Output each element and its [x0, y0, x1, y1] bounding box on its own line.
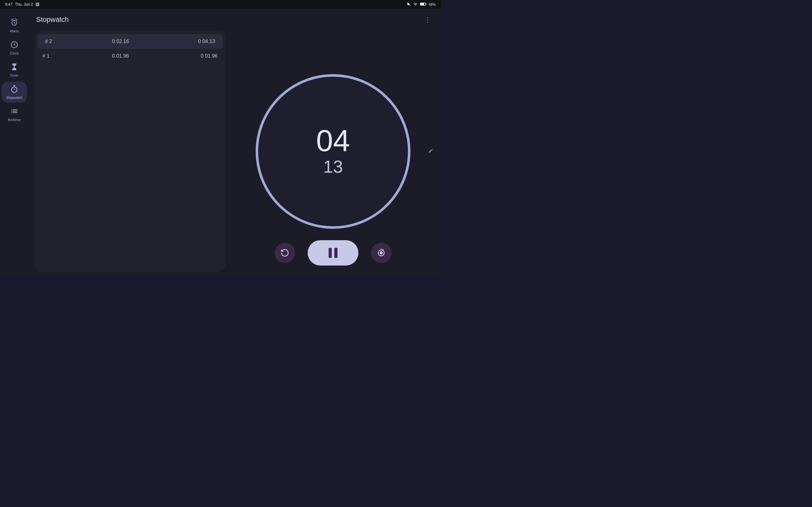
svg-rect-2 — [426, 3, 426, 5]
stopwatch-icon — [10, 85, 18, 95]
content-area: Stopwatch ⋮ # 2 0 02.16 0 04.13 # 1 0 01… — [29, 9, 441, 275]
svg-line-6 — [14, 23, 15, 23]
battery-icon — [420, 2, 427, 7]
sidebar-label-alarm: Alarm — [10, 29, 19, 33]
lap-total-time: 0 01.96 — [173, 53, 217, 59]
stopwatch-circle: 04 13 — [251, 69, 415, 234]
status-left: 9:47 Thu, Jun 2 🖼 — [5, 2, 39, 7]
svg-line-9 — [14, 45, 15, 45]
lap-icon — [377, 248, 386, 257]
pause-icon — [328, 248, 338, 258]
alarm-icon — [10, 18, 18, 28]
edit-icon — [428, 148, 433, 155]
table-row: # 2 0 02.16 0 04.13 — [38, 34, 223, 49]
app-container: Alarm Clock Timer Stopwatch Bedtime — [0, 9, 441, 275]
sidebar-label-stopwatch: Stopwatch — [6, 96, 22, 100]
stopwatch-seconds: 04 — [316, 125, 350, 156]
reset-button[interactable] — [275, 243, 295, 263]
sidebar-item-bedtime[interactable]: Bedtime — [2, 104, 27, 125]
lap-number: # 2 — [45, 39, 70, 44]
status-photo-icon: 🖼 — [36, 2, 39, 7]
sidebar-item-clock[interactable]: Clock — [2, 38, 27, 58]
svg-point-10 — [11, 87, 17, 93]
reset-icon — [281, 248, 289, 257]
bottom-controls — [232, 240, 435, 266]
sidebar: Alarm Clock Timer Stopwatch Bedtime — [0, 9, 29, 275]
time-display: 04 13 — [316, 125, 350, 177]
mute-icon — [407, 2, 411, 7]
status-bar: 9:47 Thu, Jun 2 🖼 68% — [0, 0, 441, 9]
bedtime-icon — [10, 107, 18, 117]
svg-line-17 — [383, 249, 384, 250]
status-date: Thu, Jun 2 — [15, 2, 33, 7]
stopwatch-area: 04 13 — [232, 31, 435, 272]
sidebar-item-alarm[interactable]: Alarm — [2, 15, 27, 36]
sidebar-item-timer[interactable]: Timer — [2, 60, 27, 80]
lap-number: # 1 — [43, 53, 68, 59]
page-title: Stopwatch — [36, 15, 69, 24]
sidebar-label-timer: Timer — [10, 73, 19, 77]
timer-icon — [10, 63, 18, 72]
status-time: 9:47 — [5, 2, 12, 7]
battery-percent: 68% — [429, 3, 436, 6]
main-content: # 2 0 02.16 0 04.13 # 1 0 01.96 0 01.96 — [29, 28, 441, 275]
stopwatch-centiseconds: 13 — [323, 156, 343, 177]
lap-total-time: 0 04.13 — [171, 39, 215, 44]
laps-panel: # 2 0 02.16 0 04.13 # 1 0 01.96 0 01.96 — [35, 31, 225, 272]
header: Stopwatch ⋮ — [29, 9, 441, 28]
pause-bar-left — [328, 248, 332, 258]
svg-rect-3 — [420, 3, 424, 5]
svg-point-15 — [380, 252, 383, 254]
lap-button[interactable] — [371, 243, 392, 263]
status-right: 68% — [407, 2, 436, 7]
lap-split-time: 0 01.96 — [68, 53, 173, 59]
clock-icon — [10, 41, 18, 50]
pause-bar-right — [334, 248, 338, 258]
menu-button[interactable]: ⋮ — [422, 14, 433, 25]
lap-split-time: 0 02.16 — [70, 39, 171, 44]
sidebar-item-stopwatch[interactable]: Stopwatch — [2, 82, 27, 103]
pause-button[interactable] — [308, 240, 358, 266]
wifi-icon — [413, 2, 418, 7]
table-row: # 1 0 01.96 0 01.96 — [35, 49, 225, 63]
sidebar-label-bedtime: Bedtime — [8, 118, 20, 122]
sidebar-label-clock: Clock — [10, 51, 19, 55]
